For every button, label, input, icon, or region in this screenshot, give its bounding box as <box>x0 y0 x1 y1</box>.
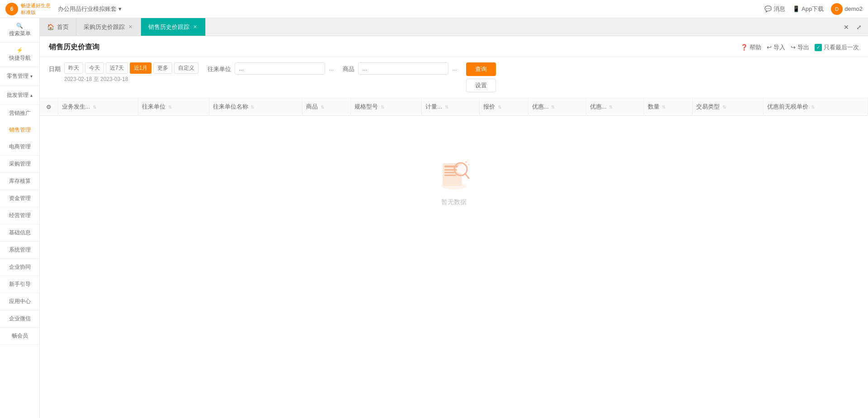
svg-rect-3 <box>444 169 457 171</box>
sidebar-item-purchase[interactable]: 采购管理 <box>0 156 39 173</box>
product-input[interactable] <box>358 62 448 75</box>
partner-label: 往来单位 <box>208 62 231 73</box>
date-filter-group: 日期 昨天 今天 近7天 近1月 更多 自定义 2023-02-18 至 202… <box>49 62 198 83</box>
page-title: 销售历史价查询 <box>49 43 99 52</box>
search-icon: 🔍 <box>16 23 23 29</box>
message-btn[interactable]: 💬 消息 <box>764 5 785 13</box>
empty-state: 暂无数据 <box>40 116 868 242</box>
date-btn-1month[interactable]: 近1月 <box>130 62 152 74</box>
sidebar-item-operations[interactable]: 经营管理 <box>0 207 39 224</box>
svg-point-10 <box>468 164 470 166</box>
close-tab-btn[interactable]: ✕ <box>841 22 852 33</box>
sort-icon: ⇅ <box>321 104 324 109</box>
th-settings[interactable]: ⚙ <box>40 98 58 116</box>
tab-close-purchase-history[interactable]: ✕ <box>127 23 133 31</box>
th-quantity[interactable]: 数量 ⇅ <box>644 98 692 116</box>
maximize-btn[interactable]: ⤢ <box>854 22 864 33</box>
data-table: ⚙ 业务发生... ⇅ 往来单位 ⇅ 往来单位名称 <box>40 98 868 116</box>
date-btn-row: 昨天 今天 近7天 近1月 更多 自定义 <box>64 62 198 74</box>
page-header-actions: ❓ 帮助 ↩ 导入 ↪ 导出 ✓ 只看最后一次 <box>741 43 859 52</box>
tab-bar: 🏠 首页 采购历史价跟踪 ✕ 销售历史价跟踪 ✕ ✕ ⤢ <box>40 18 868 36</box>
svg-rect-5 <box>444 175 456 176</box>
app-selector[interactable]: 办公用品行业模拟账套 ▾ <box>54 3 125 15</box>
chevron-up-icon: ▴ <box>30 93 33 98</box>
sidebar-item-basic[interactable]: 基础信息 <box>0 224 39 242</box>
tab-sales-history[interactable]: 销售历史价跟踪 ✕ <box>141 18 206 36</box>
sort-icon: ⇅ <box>381 104 384 109</box>
th-discount2[interactable]: 优惠... ⇅ <box>586 98 644 116</box>
svg-point-11 <box>467 160 468 161</box>
import-btn[interactable]: ↩ 导入 <box>767 43 785 52</box>
product-label: 商品 <box>343 62 354 73</box>
sidebar-item-shortcut[interactable]: ⚡ 快捷导航 <box>0 43 39 67</box>
message-icon: 💬 <box>764 5 772 12</box>
sidebar-item-wechat[interactable]: 企业微信 <box>0 310 39 328</box>
th-no-tax-price[interactable]: 优惠前无税单价 ⇅ <box>764 98 868 116</box>
date-btn-7days[interactable]: 近7天 <box>106 62 128 74</box>
page-content: 销售历史价查询 ❓ 帮助 ↩ 导入 ↪ 导出 ✓ <box>40 36 868 418</box>
date-btn-yesterday[interactable]: 昨天 <box>64 62 83 74</box>
logo-icon: 6 <box>5 3 18 15</box>
th-spec[interactable]: 规格型号 ⇅ <box>351 98 422 116</box>
sort-icon: ⇅ <box>250 104 254 109</box>
sidebar-item-system[interactable]: 系统管理 <box>0 242 39 259</box>
sidebar: 🔍 搜索菜单 ⚡ 快捷导航 零售管理 ▾ 批发管理 ▴ 营销推广 销售管理 电商… <box>0 18 40 418</box>
empty-text: 暂无数据 <box>441 198 467 206</box>
th-unit[interactable]: 计量... ⇅ <box>422 98 480 116</box>
sidebar-item-finance[interactable]: 资金管理 <box>0 190 39 207</box>
sidebar-item-cooperation[interactable]: 企业协同 <box>0 259 39 276</box>
user-menu[interactable]: D demo2 <box>831 3 863 15</box>
sidebar-item-sales[interactable]: 销售管理 <box>0 122 39 138</box>
partner-input[interactable] <box>235 62 325 75</box>
th-quote[interactable]: 报价 ⇅ <box>480 98 528 116</box>
sort-icon: ⇅ <box>609 104 613 109</box>
tab-close-sales-history[interactable]: ✕ <box>192 23 198 31</box>
th-partner-name[interactable]: 往来单位名称 ⇅ <box>209 98 302 116</box>
sidebar-item-marketing[interactable]: 营销推广 <box>0 105 39 122</box>
sidebar-item-wholesale[interactable]: 批发管理 ▴ <box>0 86 39 105</box>
th-discount1[interactable]: 优惠... ⇅ <box>528 98 586 116</box>
partner-input-group: ... <box>235 62 334 75</box>
date-btn-custom[interactable]: 自定义 <box>174 62 198 74</box>
product-filter-group: 商品 ... <box>343 62 457 75</box>
app-download-btn[interactable]: 📱 App下载 <box>793 5 824 13</box>
date-range-text: 2023-02-18 至 2023-03-18 <box>64 76 198 83</box>
page-header: 销售历史价查询 ❓ 帮助 ↩ 导入 ↪ 导出 ✓ <box>40 36 868 57</box>
th-partner-code[interactable]: 往来单位 ⇅ <box>138 98 209 116</box>
date-btn-today[interactable]: 今天 <box>85 62 104 74</box>
sidebar-item-guide[interactable]: 新手引导 <box>0 276 39 293</box>
sidebar-item-retail[interactable]: 零售管理 ▾ <box>0 67 39 86</box>
only-last-checkbox-group[interactable]: ✓ 只看最后一次 <box>815 43 859 52</box>
top-bar-right: 💬 消息 📱 App下载 D demo2 <box>764 3 863 15</box>
tab-actions: ✕ ⤢ <box>841 18 868 36</box>
only-last-checkbox[interactable]: ✓ <box>815 44 822 51</box>
setting-button[interactable]: 设置 <box>466 79 496 92</box>
sidebar-item-inventory[interactable]: 库存核算 <box>0 173 39 190</box>
svg-point-9 <box>465 161 467 163</box>
date-btn-more[interactable]: 更多 <box>153 62 172 74</box>
product-dots[interactable]: ... <box>452 65 457 72</box>
tab-purchase-history[interactable]: 采购历史价跟踪 ✕ <box>76 18 141 36</box>
th-trade-type[interactable]: 交易类型 ⇅ <box>693 98 764 116</box>
action-buttons: 查询 设置 <box>466 62 496 92</box>
svg-line-8 <box>465 174 469 178</box>
th-product[interactable]: 商品 ⇅ <box>302 98 350 116</box>
sidebar-item-member[interactable]: 畅会员 <box>0 328 39 345</box>
tab-home[interactable]: 🏠 首页 <box>40 18 76 36</box>
query-button[interactable]: 查询 <box>466 62 496 76</box>
date-buttons: 昨天 今天 近7天 近1月 更多 自定义 2023-02-18 至 2023-0… <box>64 62 198 83</box>
sidebar-item-appstore[interactable]: 应用中心 <box>0 293 39 310</box>
table-header-row: ⚙ 业务发生... ⇅ 往来单位 ⇅ 往来单位名称 <box>40 98 868 116</box>
sort-icon: ⇅ <box>168 104 172 109</box>
settings-icon: ⚙ <box>46 104 52 110</box>
sort-icon: ⇅ <box>93 104 96 109</box>
sidebar-item-ecommerce[interactable]: 电商管理 <box>0 138 39 156</box>
sidebar-item-search[interactable]: 🔍 搜索菜单 <box>0 18 39 43</box>
logo-area: 6 畅捷通好生意 标准版 <box>5 2 51 15</box>
th-biz-date[interactable]: 业务发生... ⇅ <box>58 98 138 116</box>
svg-point-7 <box>457 165 465 173</box>
partner-dots[interactable]: ... <box>329 65 334 72</box>
export-btn[interactable]: ↪ 导出 <box>791 43 809 52</box>
help-btn[interactable]: ❓ 帮助 <box>741 43 761 52</box>
sort-icon: ⇅ <box>722 104 726 109</box>
